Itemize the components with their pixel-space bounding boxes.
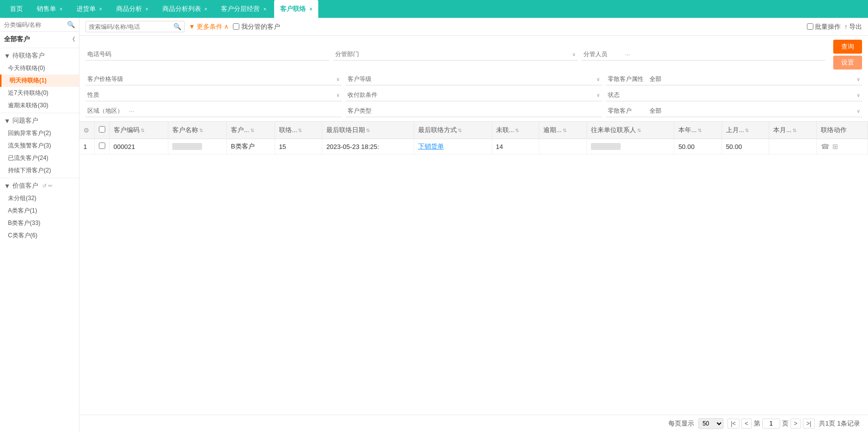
grid-icon[interactable]: ⊞ bbox=[832, 143, 838, 150]
sidebar-item-tomorrow[interactable]: 明天待联络(1) bbox=[0, 74, 79, 87]
search-icon[interactable]: 🔍 bbox=[173, 23, 181, 30]
nav-item-purchase[interactable]: 进货单 × bbox=[71, 0, 108, 18]
sort-icon[interactable]: ⇅ bbox=[515, 128, 519, 133]
last-method-link[interactable]: 下销货单 bbox=[418, 143, 444, 150]
select-all-checkbox[interactable] bbox=[99, 126, 105, 133]
chevron-down-icon[interactable]: ∨ bbox=[857, 92, 860, 98]
prev-page-btn[interactable]: < bbox=[741, 419, 752, 429]
close-icon[interactable]: × bbox=[263, 6, 266, 12]
filter-value-retail-attr: 全部 bbox=[650, 75, 661, 83]
total-label: 共1页 1条记录 bbox=[819, 419, 860, 428]
group-value-customers[interactable]: ▼ 价值客户 ↺ ✏ bbox=[0, 179, 79, 192]
chevron-down-icon[interactable]: ∨ bbox=[336, 76, 340, 82]
sort-icon[interactable]: ⇅ bbox=[563, 128, 567, 133]
more-icon[interactable]: ··· bbox=[625, 51, 630, 58]
sort-icon[interactable]: ⇅ bbox=[698, 128, 702, 133]
filter-cell-customer-type: 客户类型 bbox=[346, 105, 602, 117]
filter-label-customer-type: 客户类型 bbox=[348, 107, 387, 115]
col-last-month: 上月...⇅ bbox=[722, 122, 769, 139]
sidebar-item-declining[interactable]: 持续下滑客户(2) bbox=[0, 164, 79, 177]
search-icon[interactable]: 🔍 bbox=[67, 21, 75, 28]
chevron-down-icon[interactable]: ∨ bbox=[596, 92, 600, 98]
nav-item-customer-tier[interactable]: 客户分层经营 × bbox=[215, 0, 272, 18]
close-icon[interactable]: × bbox=[145, 6, 148, 12]
sidebar-item-7days[interactable]: 近7天待联络(0) bbox=[0, 87, 79, 99]
per-page-label: 每页显示 bbox=[668, 419, 694, 428]
col-no-contact: 未联...⇅ bbox=[492, 122, 539, 139]
batch-ops-checkbox[interactable] bbox=[807, 23, 813, 30]
search-input[interactable] bbox=[89, 23, 171, 30]
phone-icon[interactable]: ☎ bbox=[821, 143, 829, 150]
cell-contacts: 15 bbox=[275, 139, 322, 154]
close-icon[interactable]: × bbox=[60, 6, 63, 12]
filter-label-price-tier: 客户价格等级 bbox=[87, 75, 127, 83]
filter-label-dept: 分管部门 bbox=[335, 50, 375, 59]
chevron-down-icon[interactable]: ∨ bbox=[857, 108, 860, 114]
sidebar-item-overdue[interactable]: 逾期未联络(30) bbox=[0, 99, 79, 112]
group-pending-contact[interactable]: ▼ 待联络客户 bbox=[0, 49, 79, 62]
nav-item-product-analysis-list[interactable]: 商品分析列表 × bbox=[156, 0, 214, 18]
filter-more-btn[interactable]: ▼ 更多条件 ∧ bbox=[189, 22, 229, 31]
table-row: 1 000021 B类客户 15 2023-05-23 18:25: 下销货单 … bbox=[79, 139, 868, 154]
col-gear: ⚙ bbox=[79, 122, 94, 139]
sidebar-item-today[interactable]: 今天待联络(0) bbox=[0, 62, 79, 74]
sidebar-item-class-b[interactable]: B类客户(33) bbox=[0, 217, 79, 229]
next-page-btn[interactable]: > bbox=[791, 419, 801, 429]
sort-icon[interactable]: ⇅ bbox=[298, 128, 302, 133]
col-last-date: 最后联络日期⇅ bbox=[322, 122, 414, 139]
filter-row-2: 客户价格等级 ∨ 客户等级 ∨ 零散客户属性 全部 ∨ bbox=[85, 73, 862, 85]
chevron-down-icon[interactable]: ∨ bbox=[596, 76, 600, 82]
close-icon[interactable]: × bbox=[309, 6, 312, 12]
sidebar-item-ungrouped[interactable]: 未分组(32) bbox=[0, 192, 79, 205]
more-icon[interactable]: ··· bbox=[129, 108, 134, 115]
sidebar-search-input[interactable] bbox=[4, 21, 65, 28]
col-unit-contacts: 往来单位联系人⇅ bbox=[586, 122, 674, 139]
my-customer-checkbox-wrap: 我分管的客户 bbox=[233, 22, 280, 31]
chevron-down-icon[interactable]: ∨ bbox=[857, 76, 860, 82]
row-checkbox[interactable] bbox=[99, 143, 105, 149]
chevron-down-icon[interactable]: ∨ bbox=[336, 92, 340, 98]
sort-icon[interactable]: ⇅ bbox=[366, 128, 370, 133]
page-input[interactable] bbox=[762, 419, 780, 429]
filter-cell-region: 区域（地区） ··· bbox=[85, 105, 342, 117]
gear-icon[interactable]: ⚙ bbox=[83, 127, 89, 134]
sort-icon[interactable]: ⇅ bbox=[250, 128, 254, 133]
sort-icon[interactable]: ⇅ bbox=[458, 128, 462, 133]
my-customer-checkbox[interactable] bbox=[233, 23, 239, 30]
col-action: 联络动作 bbox=[816, 122, 868, 139]
sidebar-item-churned[interactable]: 已流失客户(24) bbox=[0, 152, 79, 164]
first-page-btn[interactable]: |< bbox=[727, 419, 739, 429]
nav-item-sales[interactable]: 销售单 × bbox=[31, 0, 69, 18]
sidebar-item-class-a[interactable]: A类客户(1) bbox=[0, 205, 79, 217]
sort-icon[interactable]: ⇅ bbox=[141, 128, 145, 133]
sort-icon[interactable]: ⇅ bbox=[745, 128, 749, 133]
batch-ops-btn[interactable]: 批量操作 bbox=[807, 22, 841, 31]
sidebar-item-repurchase-abnormal[interactable]: 回购异常客户(2) bbox=[0, 127, 79, 140]
sidebar-item-class-c[interactable]: C类客户(6) bbox=[0, 229, 79, 242]
query-button[interactable]: 查询 bbox=[833, 40, 862, 54]
close-icon[interactable]: × bbox=[99, 6, 102, 12]
all-customers-header[interactable]: 全部客户 《 bbox=[0, 32, 79, 47]
filter-input-phone[interactable] bbox=[129, 51, 327, 58]
export-icon: ↑ bbox=[845, 23, 848, 30]
export-btn[interactable]: ↑ 导出 bbox=[845, 22, 863, 31]
cell-name bbox=[168, 139, 226, 154]
search-bar: 🔍 ▼ 更多条件 ∧ 我分管的客户 批量操作 ↑ 导出 bbox=[79, 18, 868, 36]
sidebar-item-churn-warning[interactable]: 流失预警客户(3) bbox=[0, 140, 79, 152]
close-icon[interactable]: × bbox=[205, 6, 208, 12]
cell-last-date: 2023-05-23 18:25: bbox=[322, 139, 414, 154]
sort-icon[interactable]: ⇅ bbox=[637, 128, 641, 133]
last-page-btn[interactable]: >| bbox=[803, 419, 815, 429]
nav-home[interactable]: 首页 bbox=[4, 0, 29, 18]
set-button[interactable]: 设置 bbox=[833, 56, 862, 70]
group-problem-customers[interactable]: ▼ 问题客户 bbox=[0, 114, 79, 127]
sort-icon[interactable]: ⇅ bbox=[199, 128, 203, 133]
nav-item-customer-contact[interactable]: 客户联络 × bbox=[274, 0, 318, 18]
per-page-select[interactable]: 50 100 200 bbox=[698, 418, 723, 429]
chevron-down-icon[interactable]: ∨ bbox=[572, 52, 576, 57]
cell-type: B类客户 bbox=[226, 139, 275, 154]
sort-icon[interactable]: ⇅ bbox=[793, 128, 796, 133]
search-input-wrap: 🔍 bbox=[85, 21, 185, 32]
filter-icon: ▼ bbox=[189, 23, 195, 30]
nav-item-product-analysis[interactable]: 商品分析 × bbox=[110, 0, 154, 18]
